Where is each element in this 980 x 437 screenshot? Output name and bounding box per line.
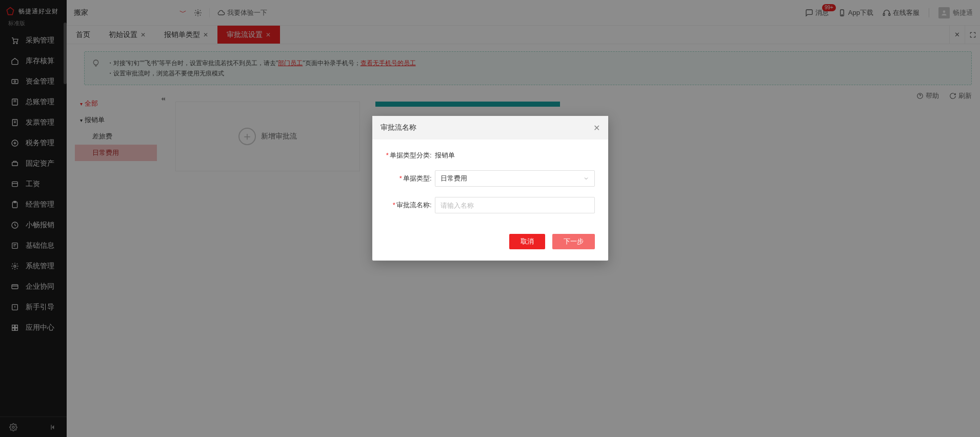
chevron-down-icon xyxy=(583,175,589,182)
doc-type-select[interactable]: 日常费用 xyxy=(435,170,595,187)
cancel-button[interactable]: 取消 xyxy=(509,234,545,249)
approval-name-modal: 审批流名称 ✕ *单据类型分类: 报销单 *单据类型: 日常费用 *审批流名称:… xyxy=(372,116,608,261)
doc-type-selected: 日常费用 xyxy=(441,174,467,183)
modal-close-button[interactable]: ✕ xyxy=(593,123,600,133)
doc-category-value: 报销单 xyxy=(435,151,595,160)
doc-type-label: *单据类型: xyxy=(386,174,435,183)
modal-footer: 取消 下一步 xyxy=(372,227,608,261)
row-doc-type: *单据类型: 日常费用 xyxy=(386,170,595,187)
modal-title: 审批流名称 xyxy=(381,123,416,132)
modal-body: *单据类型分类: 报销单 *单据类型: 日常费用 *审批流名称: xyxy=(372,140,608,227)
doc-category-label: *单据类型分类: xyxy=(386,151,435,160)
modal-header: 审批流名称 ✕ xyxy=(372,116,608,140)
row-flow-name: *审批流名称: xyxy=(386,197,595,213)
flow-name-label: *审批流名称: xyxy=(386,201,435,210)
row-doc-category: *单据类型分类: 报销单 xyxy=(386,151,595,160)
next-button[interactable]: 下一步 xyxy=(552,234,595,249)
flow-name-input[interactable] xyxy=(435,197,595,213)
